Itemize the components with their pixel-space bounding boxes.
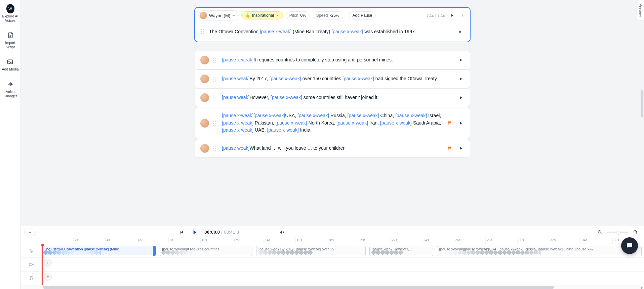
pause-tag[interactable]: [pause x-weak] (297, 113, 329, 118)
flag-icon[interactable] (447, 145, 453, 151)
zoom-slider[interactable] (607, 232, 629, 233)
timeline-clip[interactable]: The Ottawa Convention [pause x-weak] (Mi… (42, 246, 156, 256)
add-video-clip-button[interactable]: + (44, 259, 52, 267)
pause-tag[interactable]: [pause x-weak] (348, 113, 379, 118)
hscroll-thumb[interactable] (43, 286, 554, 289)
voice-avatar-icon[interactable] (200, 144, 209, 153)
zoom-in-button[interactable] (632, 229, 639, 236)
skip-start-button[interactable] (177, 229, 185, 236)
script-block[interactable]: [pause x-weak][pause x-weak]USA, [pause … (195, 107, 470, 139)
voice-avatar-icon[interactable] (200, 93, 209, 102)
pause-tag[interactable]: [pause x-weak] (380, 120, 412, 126)
timeline-clip[interactable]: [pause weak]By 2017, [pause x-weak] over… (256, 246, 366, 256)
voice-selector[interactable]: Wayne (M) (198, 10, 239, 20)
video-track-button[interactable] (21, 258, 41, 271)
pitch-control[interactable]: Pitch 0% (286, 11, 310, 19)
drag-handle-icon[interactable] (213, 57, 218, 63)
add-pause-button[interactable]: Add Pause (349, 11, 376, 19)
music-track-button[interactable] (21, 272, 41, 285)
more-menu-button[interactable] (459, 12, 467, 19)
pause-tag[interactable]: [pause x-weak] (260, 29, 291, 34)
playhead[interactable] (42, 244, 43, 285)
editor-vscrollbar[interactable] (640, 0, 644, 226)
timeline-clip[interactable]: [pause weak]However, … (369, 246, 433, 256)
editor-scroll[interactable]: Wayne (M) 👍 Inspirational Pitch 0% (21, 0, 644, 226)
thumbs-up-icon: 👍 (245, 13, 250, 18)
pause-tag[interactable]: [pause weak] (222, 95, 250, 100)
voice-avatar-icon[interactable] (200, 75, 209, 83)
script-text[interactable]: [pause x-weak][pause x-weak]USA, [pause … (222, 112, 443, 134)
drag-handle-icon[interactable] (213, 76, 218, 82)
hscroll-right-arrow[interactable]: ▸ (640, 285, 644, 289)
pause-tag[interactable]: [pause x-weak] (276, 120, 307, 126)
speed-value: -25% (330, 13, 339, 18)
script-block[interactable]: [pause weak]What land … will you leave …… (195, 139, 470, 158)
svg-point-23 (215, 81, 216, 82)
script-text[interactable]: The Ottawa Convention [pause x-weak] (Mi… (209, 28, 453, 36)
play-line-button[interactable] (456, 28, 464, 36)
pause-tag[interactable]: [pause x-weak] (253, 113, 285, 118)
play-line-button[interactable] (457, 75, 465, 83)
svg-point-3 (462, 14, 463, 14)
script-text[interactable]: [pause weak]What land … will you leave …… (222, 145, 443, 152)
video-track[interactable]: + (42, 258, 644, 271)
pause-tag[interactable]: [pause x-weak] (222, 127, 253, 133)
drag-handle-icon[interactable] (201, 28, 206, 34)
drag-handle-icon[interactable] (213, 95, 218, 101)
pause-tag[interactable]: [pause x-weak] (222, 57, 253, 62)
pause-tag[interactable]: [pause x-weak] (222, 113, 253, 118)
chevron-down-icon (276, 14, 279, 17)
pause-tag[interactable]: [pause x-weak] (271, 95, 302, 100)
pause-tag[interactable]: [pause weak] (222, 145, 250, 151)
music-track[interactable]: + (42, 272, 644, 285)
chat-fab[interactable] (621, 237, 638, 254)
script-block-selected[interactable]: Wayne (M) 👍 Inspirational Pitch 0% (195, 7, 470, 42)
drag-handle-icon[interactable] (213, 120, 218, 126)
pause-tag[interactable]: [pause x-weak] (331, 29, 363, 34)
svg-point-36 (213, 146, 214, 147)
drag-handle-icon[interactable] (213, 145, 218, 151)
mic-track-button[interactable] (21, 244, 41, 258)
collapse-timeline-button[interactable] (24, 229, 36, 236)
ruler-tick: 28s (485, 238, 492, 244)
flag-icon[interactable] (447, 120, 453, 126)
svg-point-24 (213, 96, 214, 97)
volume-button[interactable] (278, 229, 286, 236)
play-block-button[interactable] (448, 12, 456, 19)
voice-avatar-icon[interactable] (200, 56, 209, 64)
script-block[interactable]: [pause weak]However, [pause x-weak] some… (195, 88, 470, 107)
sidebar-item-voice-changer[interactable]: Voice Changer (0, 79, 21, 99)
pause-tag[interactable]: [pause x-weak] (336, 120, 368, 126)
pause-tag[interactable]: [pause x-weak] (222, 120, 253, 126)
play-line-button[interactable] (457, 94, 465, 101)
sidebar-item-add-media[interactable]: Add Media (1, 56, 19, 73)
sidebar-item-import-script[interactable]: Import Script (0, 30, 21, 50)
voice-avatar-icon[interactable] (200, 119, 209, 128)
timeline-clip[interactable]: [pause x-weak]It requires countries … (160, 246, 252, 256)
script-text[interactable]: [pause x-weak]It requires countries to c… (222, 56, 453, 64)
script-block[interactable]: [pause x-weak]It requires countries to c… (195, 51, 470, 69)
sidebar-item-explore-voices[interactable]: W Explore AI Voices (0, 3, 21, 24)
pause-tag[interactable]: [pause weak] (222, 76, 250, 81)
timeline-ruler[interactable]: 2s4s6s8s10s12s14s16s18s20s22s24s26s28s30… (21, 238, 644, 244)
play-line-button[interactable] (457, 145, 465, 152)
speed-label: Speed (316, 13, 328, 18)
script-text[interactable]: [pause weak]However, [pause x-weak] some… (222, 94, 453, 101)
pause-tag[interactable]: [pause x-weak] (267, 127, 299, 133)
script-block[interactable]: [pause weak]By 2017, [pause x-weak] over… (195, 69, 470, 88)
timeline-clip[interactable]: [pause x-weak][pause x-weak]USA, [pause … (437, 246, 642, 256)
emotion-selector[interactable]: 👍 Inspirational (241, 11, 283, 19)
speed-control[interactable]: Speed -25% (313, 11, 343, 19)
script-text[interactable]: [pause weak]By 2017, [pause x-weak] over… (222, 75, 453, 83)
play-line-button[interactable] (457, 56, 465, 64)
pause-tag[interactable]: [pause x-weak] (395, 113, 427, 118)
play-line-button[interactable] (457, 119, 465, 127)
audio-track[interactable]: The Ottawa Convention [pause x-weak] (Mi… (42, 244, 644, 258)
timeline-hscrollbar[interactable]: ◂ ▸ (21, 285, 644, 289)
zoom-out-button[interactable] (596, 229, 604, 236)
waveform-icon (161, 250, 251, 255)
pause-tag[interactable]: [pause x-weak] (343, 76, 374, 81)
add-music-clip-button[interactable]: + (44, 273, 52, 281)
pause-tag[interactable]: [pause x-weak] (270, 76, 301, 81)
play-button[interactable] (191, 229, 198, 236)
